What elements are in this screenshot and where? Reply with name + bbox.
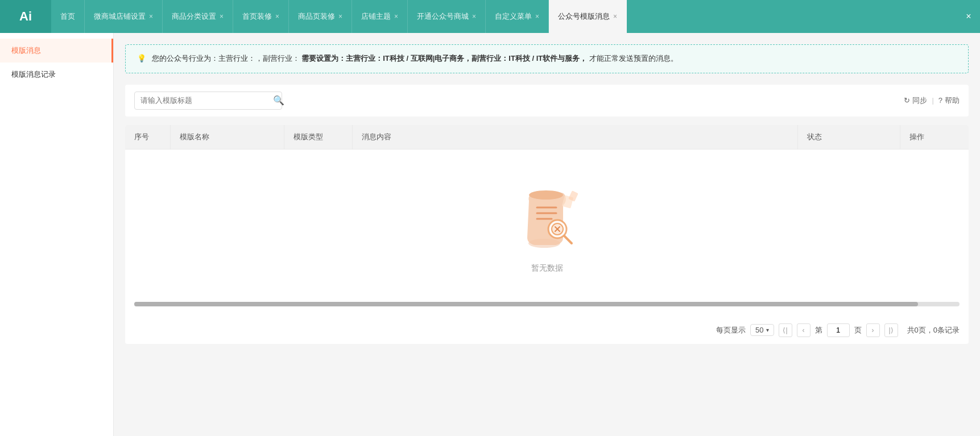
page-number-input[interactable] (827, 323, 850, 337)
tab-home-decor[interactable]: 首页装修 × (233, 0, 289, 33)
app-logo: Ai (0, 0, 51, 33)
search-right: ↻ 同步 | ? 帮助 (904, 95, 960, 106)
tab-store-theme-close[interactable]: × (394, 13, 398, 20)
alert-icon: 💡 (137, 54, 146, 63)
alert-suffix-text: 才能正常发送预置的消息。 (589, 54, 678, 63)
sidebar: 模版消息 模版消息记录 (0, 33, 114, 436)
tab-product-decor-label: 商品页装修 (298, 11, 335, 22)
column-header-index: 序号 (125, 125, 171, 149)
tab-template-message[interactable]: 公众号模版消息 × (549, 0, 627, 33)
prev-page-button[interactable]: ‹ (797, 323, 811, 337)
search-bar: 🔍 ↻ 同步 | ? 帮助 (125, 85, 969, 117)
scroll-thumb[interactable] (134, 302, 918, 306)
tab-store-settings-close[interactable]: × (149, 13, 153, 20)
empty-state-text: 暂无数据 (531, 263, 563, 273)
alert-box: 💡 您的公众号行业为：主营行业：，副营行业： 需要设置为：主营行业：IT科技 /… (125, 44, 969, 73)
tab-home-decor-close[interactable]: × (275, 13, 279, 20)
help-icon: ? (938, 96, 942, 105)
column-header-status: 状态 (798, 125, 900, 149)
search-icon: 🔍 (273, 95, 284, 105)
column-header-type: 模版类型 (284, 125, 353, 149)
table-container: 序号 模版名称 模版类型 消息内容 状态 操作 (125, 125, 969, 344)
first-page-button[interactable]: ⟨| (779, 323, 792, 337)
empty-state-icon (513, 184, 581, 252)
search-button[interactable]: 🔍 (267, 92, 290, 110)
page-size-value: 50 (755, 326, 763, 334)
column-header-content: 消息内容 (353, 125, 798, 149)
tab-product-category-close[interactable]: × (220, 13, 224, 20)
page-suffix: 页 (854, 325, 862, 335)
tab-store-settings[interactable]: 微商城店铺设置 × (85, 0, 163, 33)
alert-highlight-text: 需要设置为：主营行业：IT科技 / 互联网|电子商务，副营行业：IT科技 / I… (301, 54, 587, 63)
tab-store-settings-label: 微商城店铺设置 (94, 11, 146, 22)
sidebar-item-template-message[interactable]: 模版消息 (0, 39, 113, 63)
tab-home-label: 首页 (60, 11, 75, 22)
tab-template-message-label: 公众号模版消息 (558, 11, 610, 22)
tab-open-mall-close[interactable]: × (472, 13, 476, 20)
nav-tabs: 首页 微商城店铺设置 × 商品分类设置 × 首页装修 × 商品页装修 × 店铺主… (51, 0, 957, 33)
tab-custom-menu-close[interactable]: × (535, 13, 539, 20)
next-page-button[interactable]: › (866, 323, 880, 337)
sidebar-item-template-message-record[interactable]: 模版消息记录 (0, 63, 113, 86)
sync-button[interactable]: ↻ 同步 (904, 95, 927, 106)
tab-product-category-label: 商品分类设置 (172, 11, 216, 22)
sync-icon: ↻ (904, 96, 910, 105)
tab-product-decor-close[interactable]: × (338, 13, 342, 20)
svg-line-7 (564, 236, 572, 243)
scroll-area (125, 302, 969, 317)
column-header-action: 操作 (900, 125, 969, 149)
tab-product-decor[interactable]: 商品页装修 × (289, 0, 352, 33)
tab-store-theme[interactable]: 店铺主题 × (352, 0, 408, 33)
page-size-label: 每页显示 (716, 325, 746, 335)
pagination: 每页显示 50 ▾ ⟨| ‹ 第 页 › |⟩ 共0页，0条记录 (125, 317, 969, 344)
tab-custom-menu[interactable]: 自定义菜单 × (486, 0, 549, 33)
alert-prefix-text: 您的公众号行业为：主营行业：，副营行业： (152, 54, 300, 63)
empty-state: 暂无数据 (125, 150, 969, 296)
svg-point-1 (529, 190, 563, 200)
tab-template-message-close[interactable]: × (613, 13, 617, 20)
tab-custom-menu-label: 自定义菜单 (495, 11, 532, 22)
last-page-button[interactable]: |⟩ (884, 323, 898, 337)
page-label: 第 (815, 325, 822, 335)
content-area: 💡 您的公众号行业为：主营行业：，副营行业： 需要设置为：主营行业：IT科技 /… (114, 33, 980, 436)
scroll-track (134, 302, 960, 306)
search-divider: | (932, 96, 933, 105)
tab-product-category[interactable]: 商品分类设置 × (163, 0, 233, 33)
table-header: 序号 模版名称 模版类型 消息内容 状态 操作 (125, 125, 969, 150)
tab-store-theme-label: 店铺主题 (361, 11, 391, 22)
close-all-tabs-button[interactable]: × (957, 0, 980, 33)
search-left: 🔍 (134, 92, 290, 110)
tab-open-mall[interactable]: 开通公众号商城 × (408, 0, 486, 33)
chevron-down-icon: ▾ (766, 327, 769, 333)
column-header-name: 模版名称 (171, 125, 284, 149)
tab-home-decor-label: 首页装修 (242, 11, 272, 22)
page-total: 共0页，0条记录 (907, 325, 960, 335)
tab-home[interactable]: 首页 (51, 0, 85, 33)
page-size-select[interactable]: 50 ▾ (750, 324, 774, 336)
tab-open-mall-label: 开通公众号商城 (417, 11, 469, 22)
search-input[interactable] (134, 92, 282, 110)
top-nav: Ai 首页 微商城店铺设置 × 商品分类设置 × 首页装修 × 商品页装修 × … (0, 0, 980, 33)
main-layout: 模版消息 模版消息记录 💡 您的公众号行业为：主营行业：，副营行业： 需要设置为… (0, 33, 980, 436)
help-button[interactable]: ? 帮助 (938, 95, 960, 106)
